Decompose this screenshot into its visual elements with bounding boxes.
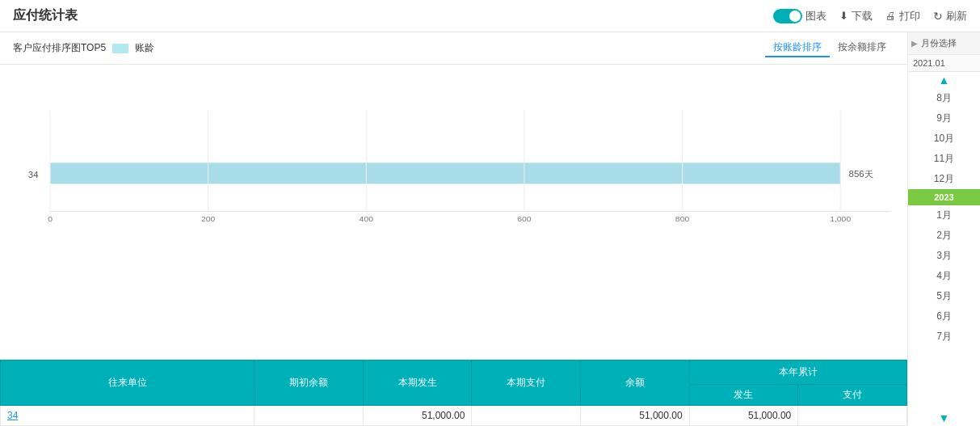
col-opening: 期初余额 [254,361,364,406]
month-item[interactable]: 4月 [908,266,980,286]
print-btn[interactable]: 打印 [885,9,920,23]
cell-ytd-occur: 51,000.00 [689,406,798,426]
chart-legend: 客户应付排序图TOP5 账龄 [13,41,154,55]
month-item[interactable]: 5月 [908,286,980,306]
print-icon [885,10,896,22]
sidebar-months: 8月9月10月11月12月20231月2月3月4月5月6月7月 [908,88,980,410]
col-current-occur: 本期发生 [363,361,472,406]
chart-body: 34 856天 0 200 400 600 800 1,000 [0,65,907,359]
toggle-switch-icon[interactable] [773,9,802,23]
svg-text:600: 600 [517,214,532,222]
col-ytd: 本年累计 [689,361,906,385]
month-item[interactable]: 1月 [908,205,980,226]
col-current-pay: 本期支付 [472,361,581,406]
refresh-icon [933,10,943,23]
month-item[interactable]: 3月 [908,246,980,266]
download-label: 下载 [852,9,873,23]
sort-by-balance-btn[interactable]: 按账龄排序 [765,39,830,57]
month-item[interactable]: 2023 [908,189,980,205]
month-item[interactable]: 2月 [908,226,980,246]
download-icon [839,10,848,22]
legend-box-label: 账龄 [135,41,154,55]
legend-box-icon [112,44,128,53]
sort-by-amount-btn[interactable]: 按余额排序 [830,39,894,57]
table-area: 往来单位 期初余额 本期发生 本期支付 余额 本年累计 发生 支付 [0,359,907,426]
col-balance: 余额 [581,361,690,406]
month-item[interactable]: 10月 [908,129,980,149]
chart-svg: 34 856天 0 200 400 600 800 1,000 [8,73,899,283]
page-title: 应付统计表 [13,7,78,24]
month-item[interactable]: 12月 [908,169,980,189]
col-ytd-pay: 支付 [798,385,907,406]
app-header: 应付统计表 图表 下载 打印 刷新 [0,0,980,32]
header-actions: 图表 下载 打印 刷新 [773,9,967,23]
svg-text:400: 400 [360,214,374,222]
cell-ytd-pay [798,406,907,426]
month-item[interactable]: 9月 [908,108,980,129]
table-wrapper: 往来单位 期初余额 本期发生 本期支付 余额 本年累计 发生 支付 [0,360,907,426]
right-sidebar: ▶ 月份选择 2021.01 ▲ 8月9月10月11月12月20231月2月3月… [907,32,980,426]
cell-current-occur: 51,000.00 [363,406,472,426]
svg-text:1,000: 1,000 [830,214,852,222]
legend-title: 客户应付排序图TOP5 [13,41,106,55]
month-item[interactable]: 7月 [908,327,980,347]
refresh-label: 刷新 [946,9,967,23]
chart-toggle-btn[interactable]: 图表 [773,9,826,23]
cell-current-pay [472,406,581,426]
sidebar-expand-icon[interactable]: ▶ [911,39,918,48]
month-item[interactable]: 6月 [908,306,980,327]
svg-text:0: 0 [48,214,53,222]
chart-sort-buttons: 按账龄排序 按余额排序 [765,39,894,57]
col-unit: 往来单位 [1,361,254,406]
main-content: 客户应付排序图TOP5 账龄 按账龄排序 按余额排序 34 856天 [0,32,980,426]
cell-unit[interactable]: 34 [1,406,254,426]
toggle-label: 图表 [805,9,826,23]
data-table: 往来单位 期初余额 本期发生 本期支付 余额 本年累计 发生 支付 [0,360,907,426]
svg-text:34: 34 [28,171,39,179]
sidebar-title: 月份选择 [921,37,977,49]
month-item[interactable]: 8月 [908,88,980,108]
print-label: 打印 [899,9,920,23]
sidebar-header: ▶ 月份选择 [908,32,980,55]
refresh-btn[interactable]: 刷新 [933,9,967,23]
cell-opening [254,406,364,426]
table-body: 34 51,000.00 51,000.00 51,000.00 [1,406,907,426]
svg-text:800: 800 [675,214,690,222]
svg-text:200: 200 [201,214,216,222]
cell-balance: 51,000.00 [581,406,690,426]
sidebar-current-value: 2021.01 [908,55,980,72]
chart-area: 客户应付排序图TOP5 账龄 按账龄排序 按余额排序 34 856天 [0,32,907,426]
svg-text:856天: 856天 [849,170,874,179]
col-ytd-occur: 发生 [689,385,798,406]
table-row: 34 51,000.00 51,000.00 51,000.00 [1,406,907,426]
month-item[interactable]: 11月 [908,149,980,169]
sidebar-nav-up[interactable]: ▲ [908,72,980,88]
download-btn[interactable]: 下载 [839,9,873,23]
table-header-row: 往来单位 期初余额 本期发生 本期支付 余额 本年累计 [1,361,907,385]
chart-bar [50,162,840,183]
sidebar-nav-down[interactable]: ▼ [908,410,980,426]
chart-header: 客户应付排序图TOP5 账龄 按账龄排序 按余额排序 [0,32,907,65]
